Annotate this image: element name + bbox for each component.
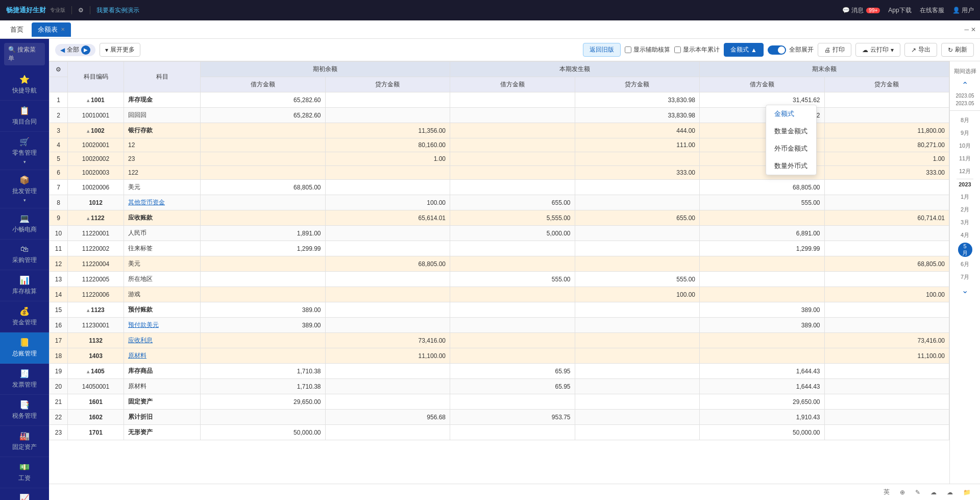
breadcrumb-forward-icon[interactable]: ▶ [81, 45, 90, 55]
funds-icon: 💰 [19, 306, 30, 316]
window-minimize-icon[interactable]: ─ [964, 26, 969, 33]
period-up-arrow[interactable]: ⌃ [961, 79, 969, 91]
month-sep[interactable]: 9月 [950, 128, 980, 138]
table-row[interactable]: 9▴ 1122应收账款65,614.015,555.00655.0060,714… [50, 210, 949, 226]
tab-balance[interactable]: 余额表 ✕ [32, 22, 71, 37]
show-year-total-checkbox[interactable] [674, 46, 681, 53]
table-row[interactable]: 2014050001原材料1,710.3865.951,644.43 [50, 379, 949, 394]
row-name: 23 [124, 152, 201, 166]
table-row[interactable]: 1111220002往来标签1,299.991,299.99 [50, 241, 949, 256]
tab-bar-right: ─ ✕ [964, 26, 976, 33]
closing-credit [824, 302, 949, 318]
sidebar-item-fixed-assets[interactable]: 🏭 固定资产 [0, 426, 49, 457]
table-row[interactable]: 1011220001人民币1,891.005,000.006,891.00 [50, 226, 949, 241]
format-option-qty-foreign[interactable]: 数量外币式 [766, 157, 816, 175]
expand-more-button[interactable]: ▾ 展开更多 [100, 43, 140, 57]
month-apr[interactable]: 4月 [950, 230, 980, 241]
sidebar-item-invoice[interactable]: 🧾 发票管理 [0, 364, 49, 395]
demo-link[interactable]: 我要看实例演示 [96, 6, 139, 15]
edit-bottom-icon[interactable]: ✎ [912, 488, 923, 497]
print-label: 打印 [832, 45, 845, 54]
sidebar-item-contract[interactable]: 📋 项目合同 [0, 101, 49, 132]
back-arrow-icon[interactable]: ◀ [60, 46, 65, 54]
sidebar-item-retail[interactable]: 🛒 零售管理 ▾ [0, 132, 49, 170]
table-row[interactable]: 19▴ 1405库存商品1,710.3865.951,644.43 [50, 364, 949, 379]
sidebar-item-inventory[interactable]: 📊 库存核算 [0, 270, 49, 301]
row-name[interactable]: 其他货币资金 [124, 195, 201, 210]
refresh-button[interactable]: ↻ 刷新 [941, 43, 974, 57]
month-dec[interactable]: 12月 [950, 166, 980, 177]
month-jan[interactable]: 1月 [950, 192, 980, 202]
salary-label: 工资 [18, 474, 31, 483]
opening-credit [325, 226, 450, 241]
cloud2-bottom-icon[interactable]: ☁ [944, 488, 956, 497]
format-mode-button[interactable]: 金额式 ▲ [724, 43, 764, 57]
month-mar[interactable]: 3月 [950, 217, 980, 228]
export-button[interactable]: ↗ 导出 [904, 43, 937, 57]
sidebar-item-quick-nav[interactable]: ⭐ 快捷导航 [0, 69, 49, 101]
row-code: 11220002 [68, 241, 124, 256]
closing-credit [824, 425, 949, 440]
current-debit-subheader: 借方金额 [450, 77, 575, 92]
format-option-qty-amount[interactable]: 数量金额式 [766, 123, 816, 140]
table-row[interactable]: 710020006美元68,805.0068,805.00 [50, 180, 949, 195]
sidebar-item-tax[interactable]: 📑 税务管理 [0, 395, 49, 426]
month-jul[interactable]: 7月 [950, 272, 980, 282]
settings-bottom-icon[interactable]: ⊕ [897, 488, 908, 497]
tab-home[interactable]: 首页 [4, 22, 30, 37]
row-name[interactable]: 应收利息 [124, 333, 201, 348]
sidebar-item-wholesale[interactable]: 📦 批发管理 ▾ [0, 170, 49, 208]
table-row[interactable]: 15▴ 1123预付账款389.00389.00 [50, 302, 949, 318]
folder-bottom-icon[interactable]: 📁 [960, 488, 974, 497]
lang-icon[interactable]: 英 [880, 487, 893, 497]
opening-debit: 1,710.38 [201, 364, 326, 379]
search-menu-button[interactable]: 🔍 搜索菜单 [4, 43, 45, 65]
row-code: 10020001 [68, 138, 124, 152]
table-row[interactable]: 181403原材料11,100.0011,100.00 [50, 348, 949, 364]
month-feb[interactable]: 2月 [950, 204, 980, 215]
show-auxiliary-checkbox[interactable] [625, 46, 631, 53]
row-name[interactable]: 预付款美元 [124, 318, 201, 333]
online-service-btn[interactable]: 在线客服 [920, 6, 944, 15]
table-row[interactable]: 1611230001预付款美元389.00389.00 [50, 318, 949, 333]
table-row[interactable]: 231701无形资产50,000.0050,000.00 [50, 425, 949, 440]
format-option-foreign-amount[interactable]: 外币金额式 [766, 140, 816, 157]
cloud-print-button[interactable]: ☁ 云打印 ▾ [855, 43, 900, 57]
month-may[interactable]: 5月 [958, 243, 972, 257]
table-row[interactable]: 221602累计折旧956.68953.751,910.43 [50, 410, 949, 425]
opening-credit [325, 364, 450, 379]
return-old-button[interactable]: 返回旧版 [583, 43, 621, 57]
sidebar-item-funds[interactable]: 💰 资金管理 [0, 301, 49, 332]
settings-icon[interactable]: ⚙ [78, 7, 84, 14]
sidebar-item-purchase[interactable]: 🛍 采购管理 [0, 240, 49, 270]
user-avatar[interactable]: 👤 用户 [952, 6, 974, 15]
row-name[interactable]: 原材料 [124, 348, 201, 364]
month-aug[interactable]: 8月 [950, 115, 980, 126]
full-expand-switch[interactable] [768, 45, 786, 55]
table-row[interactable]: 171132应收利息73,416.0073,416.00 [50, 333, 949, 348]
app-download-btn[interactable]: App下载 [888, 6, 911, 15]
table-row[interactable]: 81012其他货币资金100.00655.00555.00 [50, 195, 949, 210]
tab-close-icon[interactable]: ✕ [61, 27, 65, 32]
table-row[interactable]: 1411220006游戏100.00100.00 [50, 287, 949, 302]
window-close-icon[interactable]: ✕ [971, 26, 976, 33]
table-row[interactable]: 211601固定资产29,650.0029,650.00 [50, 394, 949, 410]
period-down-arrow[interactable]: ⌄ [961, 284, 969, 296]
row-code: 11230001 [68, 318, 124, 333]
table-row[interactable]: 1311220005所在地区555.00555.00 [50, 272, 949, 287]
settings-col-header[interactable]: ⚙ [50, 62, 68, 77]
sidebar-item-management[interactable]: 📈 经营管理 [0, 488, 49, 500]
table-row[interactable]: 1211220004美元68,805.0068,805.00 [50, 256, 949, 272]
month-oct[interactable]: 10月 [950, 140, 980, 151]
row-no: 4 [50, 138, 68, 152]
month-jun[interactable]: 6月 [950, 259, 980, 270]
sidebar-item-ecommerce[interactable]: 💻 小畅电商 [0, 208, 49, 240]
notification-btn[interactable]: 💬 消息 99+ [842, 6, 880, 15]
sidebar-search[interactable]: 🔍 搜索菜单 [0, 39, 49, 69]
print-button[interactable]: 🖨 打印 [818, 43, 851, 57]
month-nov[interactable]: 11月 [950, 153, 980, 164]
sidebar-item-ledger[interactable]: 📒 总账管理 [0, 332, 49, 364]
sidebar-item-salary[interactable]: 💵 工资 [0, 457, 49, 488]
format-option-amount[interactable]: 金额式 [766, 105, 816, 123]
cloud-bottom-icon[interactable]: ☁ [927, 488, 940, 497]
